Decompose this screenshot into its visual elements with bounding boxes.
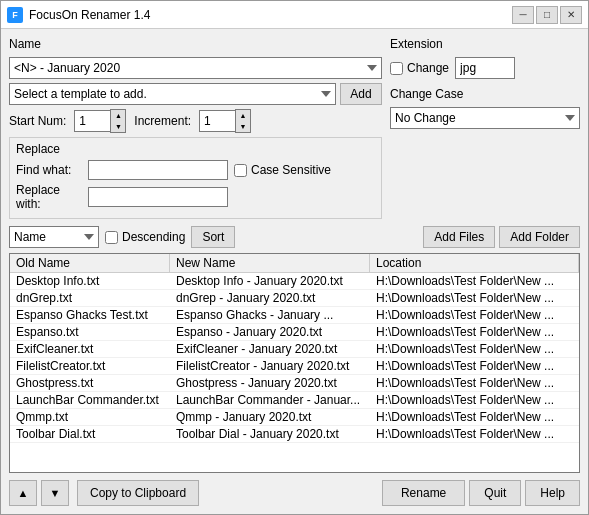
header-new-name: New Name — [170, 254, 370, 272]
find-input[interactable] — [88, 160, 228, 180]
case-sensitive-checkbox[interactable] — [234, 164, 247, 177]
template-select[interactable]: Select a template to add. — [9, 83, 336, 105]
title-bar: F FocusOn Renamer 1.4 ─ □ ✕ — [1, 1, 588, 29]
change-case-dropdown[interactable]: No Change — [390, 107, 580, 129]
cell-new-name: Desktop Info - January 2020.txt — [170, 273, 370, 289]
find-label: Find what: — [16, 163, 82, 177]
sort-button[interactable]: Sort — [191, 226, 235, 248]
cell-location: H:\Downloads\Test Folder\New ... — [370, 426, 579, 442]
increment-input[interactable] — [199, 110, 235, 132]
table-row[interactable]: Toolbar Dial.txt Toolbar Dial - January … — [10, 426, 579, 443]
quit-button[interactable]: Quit — [469, 480, 521, 506]
find-row: Find what: Case Sensitive — [16, 160, 375, 180]
sort-right: Add Files Add Folder — [423, 226, 580, 248]
start-num-input[interactable] — [74, 110, 110, 132]
cell-new-name: ExifCleaner - January 2020.txt — [170, 341, 370, 357]
maximize-button[interactable]: □ — [536, 6, 558, 24]
title-bar-left: F FocusOn Renamer 1.4 — [7, 7, 150, 23]
table-row[interactable]: Qmmp.txt Qmmp - January 2020.txt H:\Down… — [10, 409, 579, 426]
cell-old-name: Qmmp.txt — [10, 409, 170, 425]
cell-location: H:\Downloads\Test Folder\New ... — [370, 341, 579, 357]
table-row[interactable]: FilelistCreator.txt FilelistCreator - Ja… — [10, 358, 579, 375]
cell-new-name: Ghostpress - January 2020.txt — [170, 375, 370, 391]
name-label: Name — [9, 37, 382, 51]
change-ext-checkbox[interactable] — [390, 62, 403, 75]
cell-old-name: FilelistCreator.txt — [10, 358, 170, 374]
window-title: FocusOn Renamer 1.4 — [29, 8, 150, 22]
file-list-container: Old Name New Name Location Desktop Info.… — [9, 253, 580, 473]
increment-spinner: ▲ ▼ — [199, 109, 251, 133]
case-sensitive-label[interactable]: Case Sensitive — [234, 163, 331, 177]
table-row[interactable]: LaunchBar Commander.txt LaunchBar Comman… — [10, 392, 579, 409]
bottom-bar: ▲ ▼ Copy to Clipboard Rename Quit Help — [9, 480, 580, 506]
add-button[interactable]: Add — [340, 83, 382, 105]
header-old-name: Old Name — [10, 254, 170, 272]
copy-to-clipboard-button[interactable]: Copy to Clipboard — [77, 480, 199, 506]
add-folder-button[interactable]: Add Folder — [499, 226, 580, 248]
replace-row: Replace with: — [16, 183, 375, 211]
cell-location: H:\Downloads\Test Folder\New ... — [370, 375, 579, 391]
header-location: Location — [370, 254, 579, 272]
cell-old-name: Desktop Info.txt — [10, 273, 170, 289]
cell-new-name: Espanso Ghacks - January ... — [170, 307, 370, 323]
cell-location: H:\Downloads\Test Folder\New ... — [370, 324, 579, 340]
start-num-up[interactable]: ▲ — [111, 110, 125, 121]
add-files-button[interactable]: Add Files — [423, 226, 495, 248]
change-case-label: Change Case — [390, 87, 580, 101]
num-row: Start Num: ▲ ▼ Increment: ▲ ▼ — [9, 109, 382, 133]
table-row[interactable]: Desktop Info.txt Desktop Info - January … — [10, 273, 579, 290]
move-up-button[interactable]: ▲ — [9, 480, 37, 506]
start-num-label: Start Num: — [9, 114, 66, 128]
cell-old-name: Ghostpress.txt — [10, 375, 170, 391]
start-num-spinner: ▲ ▼ — [74, 109, 126, 133]
replace-label: Replace — [16, 142, 375, 156]
file-list-body[interactable]: Desktop Info.txt Desktop Info - January … — [10, 273, 579, 472]
cell-old-name: ExifCleaner.txt — [10, 341, 170, 357]
change-ext-label[interactable]: Change — [390, 61, 449, 75]
replace-with-input[interactable] — [88, 187, 228, 207]
cell-new-name: Qmmp - January 2020.txt — [170, 409, 370, 425]
start-num-down[interactable]: ▼ — [111, 121, 125, 132]
descending-checkbox[interactable] — [105, 231, 118, 244]
replace-with-label: Replace with: — [16, 183, 82, 211]
extension-label: Extension — [390, 37, 580, 51]
extension-input[interactable] — [455, 57, 515, 79]
cell-new-name: FilelistCreator - January 2020.txt — [170, 358, 370, 374]
table-row[interactable]: Ghostpress.txt Ghostpress - January 2020… — [10, 375, 579, 392]
rename-button[interactable]: Rename — [382, 480, 465, 506]
cell-old-name: LaunchBar Commander.txt — [10, 392, 170, 408]
cell-location: H:\Downloads\Test Folder\New ... — [370, 273, 579, 289]
cell-location: H:\Downloads\Test Folder\New ... — [370, 307, 579, 323]
left-panel: Name <N> - January 2020 Select a templat… — [9, 37, 382, 219]
cell-location: H:\Downloads\Test Folder\New ... — [370, 409, 579, 425]
cell-old-name: Espanso Ghacks Test.txt — [10, 307, 170, 323]
main-content: Name <N> - January 2020 Select a templat… — [1, 29, 588, 514]
table-row[interactable]: Espanso Ghacks Test.txt Espanso Ghacks -… — [10, 307, 579, 324]
table-row[interactable]: dnGrep.txt dnGrep - January 2020.txt H:\… — [10, 290, 579, 307]
cell-location: H:\Downloads\Test Folder\New ... — [370, 392, 579, 408]
cell-old-name: dnGrep.txt — [10, 290, 170, 306]
move-down-button[interactable]: ▼ — [41, 480, 69, 506]
cell-new-name: Espanso - January 2020.txt — [170, 324, 370, 340]
increment-down[interactable]: ▼ — [236, 121, 250, 132]
help-button[interactable]: Help — [525, 480, 580, 506]
close-button[interactable]: ✕ — [560, 6, 582, 24]
table-row[interactable]: ExifCleaner.txt ExifCleaner - January 20… — [10, 341, 579, 358]
sort-row: Name Descending Sort Add Files Add Folde… — [9, 226, 580, 248]
cell-location: H:\Downloads\Test Folder\New ... — [370, 290, 579, 306]
cell-old-name: Espanso.txt — [10, 324, 170, 340]
table-row[interactable]: Espanso.txt Espanso - January 2020.txt H… — [10, 324, 579, 341]
replace-section: Replace Find what: Case Sensitive Replac… — [9, 137, 382, 219]
increment-up[interactable]: ▲ — [236, 110, 250, 121]
main-window: F FocusOn Renamer 1.4 ─ □ ✕ Name <N> - J… — [0, 0, 589, 515]
app-icon: F — [7, 7, 23, 23]
name-dropdown[interactable]: <N> - January 2020 — [9, 57, 382, 79]
file-list-header: Old Name New Name Location — [10, 254, 579, 273]
descending-label[interactable]: Descending — [105, 230, 185, 244]
start-num-spinner-btns: ▲ ▼ — [110, 109, 126, 133]
minimize-button[interactable]: ─ — [512, 6, 534, 24]
cell-new-name: dnGrep - January 2020.txt — [170, 290, 370, 306]
top-section: Name <N> - January 2020 Select a templat… — [9, 37, 580, 219]
sort-select[interactable]: Name — [9, 226, 99, 248]
template-row: Select a template to add. Add — [9, 83, 382, 105]
